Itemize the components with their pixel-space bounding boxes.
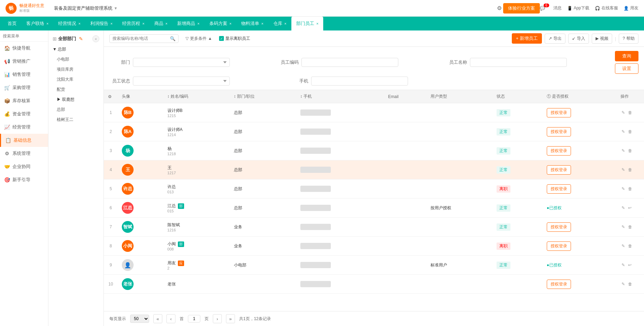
dept-item-small-elec[interactable]: 小电部 [48,54,103,64]
sidebar-item-collab[interactable]: 🤝 企业协同 [0,160,48,173]
more-filter-btn[interactable]: ▽ 更多条件 ▲ [183,34,215,43]
nav-item-operation[interactable]: 经营情况 × [53,17,85,30]
message-item[interactable]: 💬 6 消息 [540,5,562,11]
emp-name-input[interactable] [470,58,567,67]
close-goods[interactable]: × [165,21,167,26]
dept-group-double[interactable]: ▶ 双鹿想 [48,95,103,105]
user-item[interactable]: 👤 用友 [624,5,638,11]
nav-item-customer[interactable]: 客户联络 × [21,17,53,30]
export-button[interactable]: ↗ 导出 [545,34,565,44]
prev-page-btn[interactable]: ‹ [166,314,175,323]
dept-item-distribution[interactable]: 配货 [48,85,103,95]
nav-item-goods[interactable]: 商品 × [149,17,172,30]
close-staff[interactable]: × [316,21,318,26]
col-settings[interactable]: ⚙ [104,90,118,103]
close-add-goods[interactable]: × [197,21,199,26]
query-button[interactable]: 查询 [615,51,638,61]
next-page-btn[interactable]: › [213,314,222,323]
delete-btn-10[interactable]: 🗑 [627,282,633,287]
nav-item-add-goods[interactable]: 新增商品 × [172,17,204,30]
dept-group-head[interactable]: ▼ 总部 [48,44,103,54]
show-former-checkbox[interactable]: ✓ [219,36,224,41]
last-page-btn[interactable]: » [226,314,235,323]
authorize-btn-5[interactable]: 授权登录 [547,184,571,194]
set-button[interactable]: 设置 [615,63,638,74]
edit-btn-1[interactable]: ✎ [620,110,626,115]
add-employee-button[interactable]: + 新增员工 [512,33,542,44]
edit-btn-10[interactable]: ✎ [620,282,626,287]
close-warehouse[interactable]: × [284,21,287,26]
dept-item-shenyang[interactable]: 沈阳大库 [48,74,103,85]
app-download-item[interactable]: 📱 App下载 [567,5,589,11]
edit-btn-8[interactable]: ✎ [620,244,626,248]
delete-btn-2[interactable]: 🗑 [627,129,633,134]
system-title-arrow[interactable]: ▾ [115,6,117,11]
close-profit[interactable]: × [110,21,112,26]
phone-input[interactable] [311,77,408,86]
emp-status-select[interactable] [133,77,230,86]
edit-btn-5[interactable]: ✎ [620,186,626,191]
delete-btn-5[interactable]: 🗑 [627,186,633,191]
close-customer[interactable]: × [46,21,48,26]
sidebar-item-inventory[interactable]: 📦 库存核算 [0,94,48,107]
sidebar-item-quicknav[interactable]: 🏠 快捷导航 [0,42,48,55]
delete-btn-9[interactable]: ↩ [627,263,633,267]
edit-btn-9[interactable]: ✎ [620,263,626,267]
show-former-wrap[interactable]: ✓ 显示离职员工 [219,36,250,42]
edit-btn-2[interactable]: ✎ [620,129,626,134]
sidebar-item-finance[interactable]: 💰 资金管理 [0,107,48,121]
close-barcode[interactable]: × [229,21,232,26]
delete-btn-4[interactable]: 🗑 [627,167,633,172]
col-name-code[interactable]: ↕ 姓名/编码 [163,90,230,103]
edit-btn-7[interactable]: ✎ [620,224,626,229]
edit-btn-3[interactable]: ✎ [620,148,626,153]
edit-btn-4[interactable]: ✎ [620,167,626,172]
sidebar-item-sales[interactable]: 📊 销售管理 [0,68,48,81]
delete-btn-3[interactable]: 🗑 [627,148,633,153]
delete-btn-8[interactable]: 🗑 [627,244,633,248]
dept-header[interactable]: ⊞ 全部部门 ✎ « [48,33,103,44]
nav-item-bom[interactable]: 物料清单 × [236,17,268,30]
authorize-btn-8[interactable]: 授权登录 [547,241,571,251]
import-button[interactable]: ↙ 导入 [568,34,589,44]
trial-button[interactable]: 体验行业方案 [503,3,540,14]
sidebar-item-business[interactable]: 📈 经营管理 [0,121,48,134]
dept-collapse-btn[interactable]: « [92,35,99,42]
authorize-btn-7[interactable]: 授权登录 [547,222,571,232]
page-number-input[interactable] [188,315,200,323]
online-service-item[interactable]: 🎧 在线客服 [595,5,618,11]
dept-edit-icon[interactable]: ✎ [79,36,83,42]
dept-item-plant-king[interactable]: 植树王二 [48,115,103,125]
close-operation[interactable]: × [78,21,80,26]
nav-item-staff[interactable]: 部门员工 × [291,17,323,30]
authorize-btn-2[interactable]: 授权登录 [547,127,571,136]
first-page-btn[interactable]: « [153,314,162,323]
col-phone[interactable]: ↕ 手机 [296,90,384,103]
delete-btn-7[interactable]: 🗑 [627,224,633,229]
dept-item-project-room[interactable]: 项目库房 [48,64,103,74]
delete-btn-1[interactable]: 🗑 [627,110,633,115]
sidebar-item-basic[interactable]: 📋 基础信息 [0,134,48,147]
sidebar-item-purchase[interactable]: 🛒 采购管理 [0,81,48,94]
page-size-select[interactable]: 50 100 200 [130,315,149,323]
emp-code-input[interactable] [301,58,398,67]
nav-item-history[interactable]: 经营历程 × [117,17,149,30]
nav-item-warehouse[interactable]: 仓库 × [269,17,291,30]
view-button[interactable]: ▶ 视频 [592,34,612,44]
nav-item-profit[interactable]: 利润报告 × [85,17,117,30]
sidebar-item-system[interactable]: ⚙ 系统管理 [0,147,48,160]
nav-item-barcode[interactable]: 条码方案 × [205,17,236,30]
dept-select[interactable] [133,58,230,67]
authorize-btn-10[interactable]: 授权登录 [547,280,571,289]
authorize-btn-1[interactable]: 授权登录 [547,108,571,117]
nav-item-home[interactable]: 首页 [3,17,21,30]
authorize-btn-3[interactable]: 授权登录 [547,146,571,156]
edit-btn-6[interactable]: ✎ [620,205,626,210]
col-dept-pos[interactable]: ↕ 部门/职位 [230,90,296,103]
authorize-btn-4[interactable]: 授权登录 [547,165,571,175]
search-input[interactable] [112,36,169,41]
sidebar-search-input[interactable] [3,34,55,38]
sidebar-item-marketing[interactable]: 📢 营销推广 [0,55,48,68]
sidebar-item-guide[interactable]: 🎯 新手引导 [0,173,48,186]
close-history[interactable]: × [142,21,144,26]
